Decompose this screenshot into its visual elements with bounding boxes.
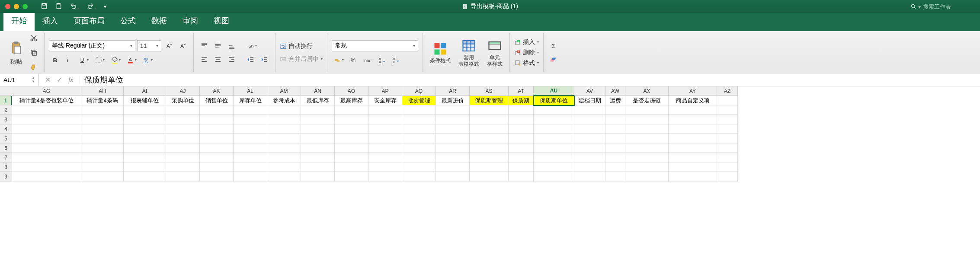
qat-customize-icon[interactable]: ▾	[104, 3, 106, 10]
clear-icon[interactable]	[548, 54, 560, 65]
grow-font-icon[interactable]: A	[163, 41, 175, 51]
cell[interactable]	[509, 115, 534, 124]
cell-styles-button[interactable]: 单元 格样式	[484, 37, 505, 68]
cell[interactable]	[368, 115, 402, 124]
cell[interactable]	[717, 143, 738, 153]
cell[interactable]	[534, 105, 574, 115]
cell[interactable]	[368, 143, 402, 153]
cell[interactable]	[166, 115, 200, 124]
cell[interactable]	[402, 143, 436, 153]
cell[interactable]	[301, 153, 335, 162]
cell[interactable]	[470, 143, 509, 153]
cell[interactable]	[200, 134, 234, 143]
cell[interactable]	[335, 115, 368, 124]
cell[interactable]	[402, 162, 436, 172]
col-header-AN[interactable]: AN	[301, 86, 335, 96]
cell[interactable]	[625, 143, 669, 153]
cell[interactable]	[200, 172, 234, 181]
redo-icon[interactable]: ▾	[87, 3, 96, 11]
cell[interactable]	[335, 162, 368, 172]
col-header-AQ[interactable]: AQ	[402, 86, 436, 96]
cell[interactable]	[267, 153, 301, 162]
cell[interactable]	[625, 134, 669, 143]
col-header-AP[interactable]: AP	[368, 86, 402, 96]
row-header[interactable]: 2	[0, 105, 12, 115]
copy-icon[interactable]	[28, 48, 40, 58]
minimize-window[interactable]	[14, 4, 19, 9]
cell[interactable]	[234, 115, 267, 124]
cell[interactable]	[436, 134, 470, 143]
cell[interactable]	[368, 172, 402, 181]
cell[interactable]	[81, 134, 124, 143]
cell[interactable]: 采购单位	[166, 96, 200, 105]
cell[interactable]	[81, 115, 124, 124]
cell[interactable]	[267, 134, 301, 143]
cell[interactable]: 运费	[605, 96, 625, 105]
underline-button[interactable]: U▾	[77, 55, 91, 65]
cell[interactable]	[166, 134, 200, 143]
col-header-AL[interactable]: AL	[234, 86, 267, 96]
paste-button[interactable]	[7, 40, 25, 56]
formula-input[interactable]	[80, 73, 980, 86]
cell[interactable]	[509, 105, 534, 115]
cell[interactable]	[605, 134, 625, 143]
cell[interactable]	[574, 105, 605, 115]
cell[interactable]: 辅计量4是否包装单位	[12, 96, 81, 105]
cell[interactable]	[200, 162, 234, 172]
insert-cells-button[interactable]: +插入▾	[514, 38, 539, 46]
cell[interactable]	[124, 143, 166, 153]
cell[interactable]	[402, 172, 436, 181]
cell[interactable]: 建档日期	[574, 96, 605, 105]
cell[interactable]: 保质期单位	[534, 96, 574, 105]
search-input[interactable]	[923, 3, 975, 10]
cell[interactable]	[625, 105, 669, 115]
align-right-icon[interactable]	[226, 54, 238, 65]
tab-数据[interactable]: 数据	[144, 11, 175, 31]
cell[interactable]	[574, 134, 605, 143]
shrink-font-icon[interactable]: A	[177, 41, 189, 51]
cell[interactable]: 报表辅单位	[124, 96, 166, 105]
cell[interactable]	[470, 105, 509, 115]
cell[interactable]	[81, 153, 124, 162]
cell[interactable]	[301, 115, 335, 124]
col-header-AX[interactable]: AX	[625, 86, 669, 96]
cell[interactable]	[267, 143, 301, 153]
cell[interactable]	[717, 153, 738, 162]
cell[interactable]	[200, 124, 234, 134]
cell[interactable]	[234, 124, 267, 134]
cell[interactable]	[335, 134, 368, 143]
cell[interactable]	[436, 124, 470, 134]
cell[interactable]	[12, 134, 81, 143]
cell[interactable]	[509, 153, 534, 162]
cell[interactable]	[717, 96, 738, 105]
cell[interactable]	[717, 172, 738, 181]
fill-color-button[interactable]: ▾	[109, 55, 123, 65]
col-header-AJ[interactable]: AJ	[166, 86, 200, 96]
col-header-AO[interactable]: AO	[335, 86, 368, 96]
cell[interactable]	[625, 153, 669, 162]
cell[interactable]	[574, 172, 605, 181]
cell[interactable]	[717, 134, 738, 143]
cell[interactable]	[574, 115, 605, 124]
cell[interactable]	[605, 105, 625, 115]
row-header[interactable]: 9	[0, 172, 12, 181]
cell[interactable]	[717, 124, 738, 134]
cell[interactable]	[12, 153, 81, 162]
select-all-corner[interactable]	[0, 86, 12, 96]
cell[interactable]	[234, 134, 267, 143]
cell[interactable]	[534, 172, 574, 181]
align-top-icon[interactable]	[198, 41, 210, 51]
cell[interactable]	[368, 134, 402, 143]
cell[interactable]	[534, 115, 574, 124]
cell[interactable]	[12, 115, 81, 124]
cell[interactable]	[267, 105, 301, 115]
cell[interactable]	[267, 162, 301, 172]
row-header[interactable]: 5	[0, 134, 12, 143]
cell[interactable]	[669, 162, 717, 172]
align-bottom-icon[interactable]	[226, 41, 238, 51]
cell[interactable]: 是否走冻链	[625, 96, 669, 105]
cell[interactable]	[717, 105, 738, 115]
cell[interactable]	[368, 105, 402, 115]
font-size-select[interactable]: 11▾	[137, 40, 161, 51]
tab-审阅[interactable]: 审阅	[175, 11, 206, 31]
